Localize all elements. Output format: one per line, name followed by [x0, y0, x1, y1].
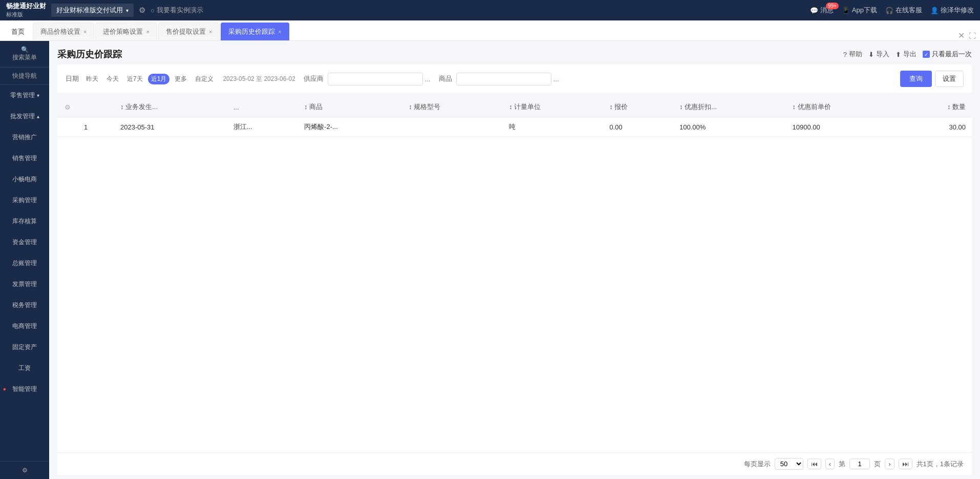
- table-header-row: ⚙ ↕ 业务发生... ... ↕ 商品 ↕ 规格型号: [57, 97, 972, 117]
- headset-icon: 🎧: [885, 7, 893, 14]
- version-selector[interactable]: 好业财标准版交付试用 ▾: [51, 4, 134, 17]
- supplier-more-button[interactable]: ...: [425, 75, 431, 83]
- data-table: ⚙ ↕ 业务发生... ... ↕ 商品 ↕ 规格型号: [57, 97, 972, 137]
- only-last-checkbox[interactable]: ✓ 只看最后一次: [923, 50, 972, 59]
- only-last-label: 只看最后一次: [932, 50, 972, 59]
- pagination: 每页显示 50 20 100 ⏮ ‹ 第 页 › ⏭ 共1页，1条记录: [57, 452, 972, 475]
- table-col-unit[interactable]: ↕ 计量单位: [503, 97, 603, 117]
- row-price: 0.00: [603, 117, 673, 137]
- demo-button[interactable]: ○ 我要看实例演示: [151, 6, 203, 15]
- tab-close-icon[interactable]: ×: [146, 29, 149, 35]
- tab-close-icon[interactable]: ×: [209, 29, 212, 35]
- sidebar-item-tax[interactable]: 税务管理: [0, 295, 49, 316]
- sidebar-item-smart-mgmt[interactable]: 智能管理: [0, 379, 49, 400]
- app-logo: 畅捷通好业财 标准版: [6, 2, 46, 18]
- tab-sale-price[interactable]: 售价提取设置 ×: [158, 23, 220, 40]
- table-col-product[interactable]: ↕ 商品: [298, 97, 402, 117]
- sidebar-item-marketing[interactable]: 营销推广: [0, 127, 49, 148]
- help-button[interactable]: ? 帮助: [843, 50, 862, 59]
- sidebar-item-retail[interactable]: 零售管理 ▾: [0, 85, 49, 106]
- settings-button[interactable]: 设置: [935, 71, 964, 87]
- sidebar-search[interactable]: 🔍 搜索菜单: [0, 41, 49, 68]
- sidebar-quick-nav[interactable]: 快捷导航: [0, 68, 49, 85]
- sidebar-bottom-gear[interactable]: ⚙: [0, 461, 49, 479]
- mobile-icon: 📱: [842, 7, 850, 14]
- date-opt-today[interactable]: 今天: [103, 74, 122, 84]
- sidebar-item-inventory[interactable]: 库存核算: [0, 211, 49, 232]
- table-col-pre-discount-price[interactable]: ↕ 优惠前单价: [786, 97, 902, 117]
- tab-product-price-label: 商品价格设置: [40, 27, 80, 36]
- tab-purchase-history-label: 采购历史价跟踪: [228, 27, 275, 36]
- sidebar-quick-nav-label: 快捷导航: [12, 72, 37, 79]
- sidebar-item-purchase[interactable]: 采购管理: [0, 190, 49, 211]
- sidebar-item-ledger[interactable]: 总账管理: [0, 253, 49, 274]
- date-opt-more[interactable]: 更多: [172, 74, 190, 84]
- row-supplier: 浙江...: [227, 117, 298, 137]
- sidebar-item-salary[interactable]: 工资: [0, 358, 49, 379]
- sidebar-item-fixed-assets[interactable]: 固定资产: [0, 337, 49, 358]
- tab-close-icon[interactable]: ×: [278, 29, 281, 35]
- product-more-button[interactable]: ...: [553, 75, 559, 83]
- table-col-discount[interactable]: ↕ 优惠折扣...: [673, 97, 786, 117]
- message-button[interactable]: 💬 消息 99+: [810, 6, 834, 15]
- date-opt-yesterday[interactable]: 昨天: [83, 74, 101, 84]
- tab-home[interactable]: 首页: [4, 23, 32, 40]
- checkbox-icon: ✓: [923, 51, 930, 58]
- tab-sale-price-label: 售价提取设置: [166, 27, 206, 36]
- table-row: 1 2023-05-31 浙江... 丙烯酸-2-... 吨 0.00 100.…: [57, 117, 972, 137]
- next-page-button[interactable]: ›: [885, 459, 894, 469]
- date-opt-custom[interactable]: 自定义: [192, 74, 217, 84]
- sidebar-item-wholesale[interactable]: 批发管理 ▴: [0, 106, 49, 127]
- tab-bar-close-icon[interactable]: ✕: [958, 31, 965, 40]
- tab-purchase-history[interactable]: 采购历史价跟踪 ×: [221, 23, 289, 40]
- online-service-button[interactable]: 🎧 在线客服: [885, 6, 922, 15]
- sidebar-item-finance[interactable]: 资金管理: [0, 232, 49, 253]
- tab-purchase-strategy[interactable]: 进价策略设置 ×: [95, 23, 157, 40]
- table-col-quantity[interactable]: ↕ 数量: [902, 97, 972, 117]
- tab-purchase-strategy-label: 进价策略设置: [103, 27, 143, 36]
- table-col-date[interactable]: ↕ 业务发生...: [114, 97, 227, 117]
- table-col-ellipsis: ...: [227, 97, 298, 117]
- settings-icon[interactable]: ⚙: [139, 6, 145, 15]
- row-unit: 吨: [503, 117, 603, 137]
- last-page-button[interactable]: ⏭: [899, 459, 912, 469]
- product-filter-label: 商品: [439, 74, 452, 83]
- sidebar-retail-label: 零售管理: [10, 91, 35, 100]
- export-button[interactable]: ⬆ 导出: [896, 50, 917, 59]
- page-number-input[interactable]: [849, 459, 870, 469]
- fullscreen-icon[interactable]: ⛶: [969, 32, 976, 40]
- user-avatar-icon: 👤: [930, 7, 939, 14]
- import-label: 导入: [876, 50, 889, 59]
- sidebar-item-ecommerce[interactable]: 电商管理: [0, 316, 49, 337]
- demo-text: 我要看实例演示: [157, 6, 203, 15]
- sidebar-fixed-assets-label: 固定资产: [12, 343, 37, 352]
- app-download-button[interactable]: 📱 App下载: [842, 6, 877, 15]
- table-col-gear: ⚙: [57, 97, 78, 117]
- supplier-filter-label: 供应商: [304, 74, 324, 83]
- export-icon: ⬆: [896, 51, 901, 58]
- prev-page-button[interactable]: ‹: [825, 459, 835, 469]
- sidebar-item-small-ecommerce[interactable]: 小畅电商: [0, 169, 49, 190]
- date-opt-last1m[interactable]: 近1月: [148, 74, 170, 84]
- import-button[interactable]: ⬇ 导入: [868, 50, 889, 59]
- user-menu[interactable]: 👤 徐泽华修改: [930, 6, 974, 15]
- date-opt-last7[interactable]: 近7天: [124, 74, 146, 84]
- table-col-price[interactable]: ↕ 报价: [603, 97, 673, 117]
- sidebar-item-sales[interactable]: 销售管理: [0, 148, 49, 169]
- query-button[interactable]: 查询: [900, 71, 932, 87]
- sidebar-invoice-label: 发票管理: [12, 280, 37, 289]
- tab-product-price[interactable]: 商品价格设置 ×: [33, 23, 94, 40]
- first-page-button[interactable]: ⏮: [807, 459, 821, 469]
- supplier-input[interactable]: [328, 73, 423, 85]
- table-col-spec[interactable]: ↕ 规格型号: [402, 97, 503, 117]
- app-download-label: App下载: [852, 6, 877, 15]
- product-input[interactable]: [456, 73, 551, 85]
- sidebar-item-invoice[interactable]: 发票管理: [0, 274, 49, 295]
- logo-title: 畅捷通好业财: [6, 2, 46, 11]
- online-service-label: 在线客服: [896, 6, 922, 15]
- page-label: 第: [839, 460, 845, 469]
- per-page-select[interactable]: 50 20 100: [775, 458, 803, 470]
- table-gear-icon[interactable]: ⚙: [65, 103, 71, 111]
- product-input-group: ...: [456, 73, 559, 85]
- tab-close-icon[interactable]: ×: [83, 29, 87, 35]
